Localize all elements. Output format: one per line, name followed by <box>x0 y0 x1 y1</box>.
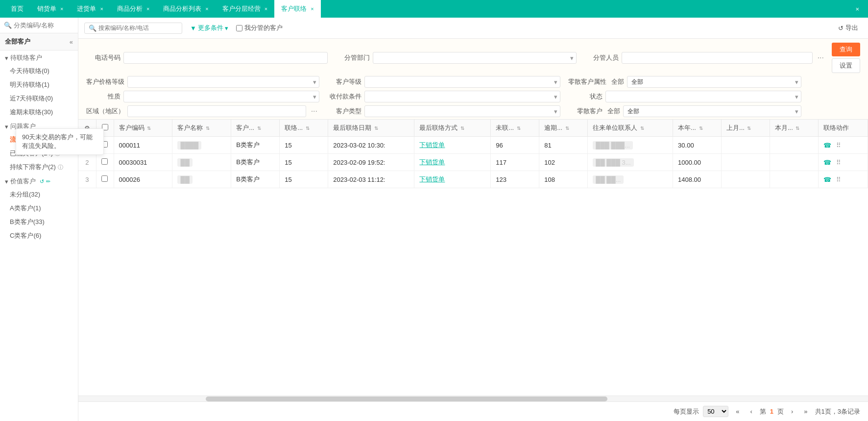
close-all-tabs[interactable]: × <box>850 3 864 15</box>
filter-payment: 收付款条件 ▾ <box>327 91 560 102</box>
th-uncontacted[interactable]: 未联... ⇅ <box>491 120 539 137</box>
sidebar-item-c-class[interactable]: C类客户(6) <box>0 229 78 243</box>
filter-payment-select-wrap: ▾ <box>364 91 560 102</box>
all-customers-label: 全部客户 <box>5 37 30 46</box>
sidebar-item-a-class[interactable]: A类客户(1) <box>0 201 78 215</box>
last-method-link-1[interactable]: 下销货单 <box>419 141 445 149</box>
sidebar-item-today[interactable]: 今天待联络(0) <box>0 64 78 78</box>
filter-region-input[interactable] <box>127 105 306 117</box>
filter-payment-select[interactable] <box>364 91 560 102</box>
sidebar-item-tomorrow[interactable]: 明天待联络(1) <box>0 78 78 92</box>
value-edit-icon[interactable]: ✏ <box>46 178 50 185</box>
sidebar-collapse-icon[interactable]: « <box>70 38 73 46</box>
sidebar-search-icon: 🔍 <box>4 22 12 29</box>
sidebar-section-value[interactable]: ▾ 价值客户 ↺ ✏ <box>0 174 78 188</box>
my-customers-checkbox-label[interactable]: 我分管的客户 <box>236 24 283 32</box>
nav-product-analysis-list-close[interactable]: × <box>205 6 208 12</box>
sort-contact-icon: ⇅ <box>306 125 310 131</box>
last-method-link-3[interactable]: 下销货单 <box>419 175 445 183</box>
value-arrow: ▾ <box>5 178 8 185</box>
filter-scattered-attr-label: 零散客户属性 <box>568 77 606 86</box>
sidebar-item-b-class[interactable]: B类客户(33) <box>0 215 78 229</box>
filter-person: 分管人员 ··· <box>584 52 826 64</box>
query-btn[interactable]: 查询 <box>832 43 860 56</box>
th-person[interactable]: 往来单位联系人 ⇅ <box>588 120 673 137</box>
th-overdue[interactable]: 逾期... ⇅ <box>539 120 588 137</box>
filter-status-select[interactable] <box>605 91 801 102</box>
next-page-btn[interactable]: › <box>788 406 796 417</box>
sidebar-item-overdue[interactable]: 逾期未联络(30) <box>0 105 78 119</box>
filter-phone-input[interactable] <box>123 52 328 64</box>
filter-scattered-select[interactable]: 全部 <box>623 105 801 117</box>
last-page-btn[interactable]: » <box>800 406 811 417</box>
prev-page-btn[interactable]: ‹ <box>747 406 755 417</box>
sidebar-item-declining[interactable]: 持续下滑客户(2) ⓘ <box>0 160 78 174</box>
filter-person-more[interactable]: ··· <box>816 53 826 62</box>
action-more-3[interactable]: ⠿ <box>836 176 841 183</box>
scrollbar-thumb[interactable] <box>206 396 607 401</box>
nav-product-analysis-close[interactable]: × <box>146 6 149 12</box>
filter-payment-label: 收付款条件 <box>327 92 362 101</box>
last-method-link-2[interactable]: 下销货单 <box>419 158 445 166</box>
row2-checkbox[interactable] <box>101 158 108 165</box>
action-call-1[interactable]: ☎ <box>823 142 831 149</box>
nav-purchase[interactable]: 进货单 × <box>70 0 110 18</box>
value-refresh-icon[interactable]: ↺ <box>40 178 44 185</box>
first-page-btn[interactable]: « <box>732 406 743 417</box>
nav-sales[interactable]: 销货单 × <box>30 0 70 18</box>
sidebar-item-week[interactable]: 近7天待联络(0) <box>0 92 78 105</box>
filter-customer-level: 客户等级 ▾ <box>327 76 560 88</box>
nav-product-analysis-list[interactable]: 商品分析列表 × <box>156 0 215 18</box>
export-btn[interactable]: ↺ 导出 <box>834 22 862 34</box>
main-layout: 🔍 全部客户 « ▾ 待联络客户 今天待联络(0) 明天待联络(1) 近7天待联… <box>0 18 868 421</box>
nav-customer-contact[interactable]: 客户联络 × <box>274 0 320 18</box>
horizontal-scrollbar[interactable] <box>78 396 868 401</box>
my-customers-checkbox[interactable] <box>236 25 242 31</box>
nav-purchase-close[interactable]: × <box>100 6 103 12</box>
sidebar-section-pending[interactable]: ▾ 待联络客户 <box>0 50 78 64</box>
filter-scattered-attr-value: 全部 <box>611 77 624 86</box>
th-last-month[interactable]: 上月... ⇅ <box>722 120 770 137</box>
search-input[interactable] <box>98 25 172 31</box>
sidebar-search-input[interactable] <box>14 22 74 29</box>
nav-home[interactable]: 首页 <box>4 0 30 18</box>
th-this-year[interactable]: 本年... ⇅ <box>673 120 722 137</box>
filter-region-more[interactable]: ··· <box>309 107 319 116</box>
row3-checkbox[interactable] <box>101 175 108 182</box>
filter-customer-level-select[interactable] <box>364 76 560 88</box>
problem-arrow: ▾ <box>5 123 8 130</box>
nav-sales-close[interactable]: × <box>60 6 63 12</box>
filter-dept-select[interactable] <box>373 52 577 64</box>
th-contact[interactable]: 联络... ⇅ <box>280 120 328 137</box>
nav-customer-contact-close[interactable]: × <box>311 6 313 12</box>
filter-price-level-select[interactable] <box>127 76 319 88</box>
nav-customer-layer-close[interactable]: × <box>265 6 267 12</box>
sort-overdue-icon: ⇅ <box>565 125 569 131</box>
nav-customer-layer[interactable]: 客户分层经营 × <box>216 0 274 18</box>
th-last-method[interactable]: 最后联络方式 ⇅ <box>414 120 491 137</box>
sidebar-item-ungroup[interactable]: 未分组(32) <box>0 188 78 201</box>
nav-product-analysis[interactable]: 商品分析 × <box>110 0 156 18</box>
action-call-2[interactable]: ☎ <box>823 159 831 166</box>
filter-person-input[interactable] <box>622 52 812 64</box>
td-name-2: ██ <box>172 154 231 171</box>
sort-this-year-icon: ⇅ <box>699 125 703 131</box>
th-last-date[interactable]: 最后联络日期 ⇅ <box>328 120 414 137</box>
filter-scattered-attr-select[interactable]: 全部 <box>627 76 801 88</box>
settings-btn[interactable]: 设置 <box>832 58 860 73</box>
th-this-month[interactable]: 本月... ⇅ <box>770 120 818 137</box>
sort-name-icon: ⇅ <box>206 125 210 131</box>
action-more-1[interactable]: ⠿ <box>836 142 841 149</box>
th-code[interactable]: 客户编码 ⇅ <box>114 120 172 137</box>
action-call-3[interactable]: ☎ <box>823 176 831 183</box>
filter-row-2: 客户价格等级 ▾ 客户等级 ▾ 零散客户属性 全部 <box>86 76 860 88</box>
action-more-2[interactable]: ⠿ <box>836 159 841 166</box>
filter-nature-select[interactable] <box>123 91 319 102</box>
filter-more-btn[interactable]: ▼ 更多条件 ▾ <box>186 22 232 34</box>
filter-customer-type-select[interactable] <box>364 105 560 117</box>
content-area: 🔍 ▼ 更多条件 ▾ 我分管的客户 ↺ 导出 电话号码 <box>78 18 868 421</box>
footer-per-page-select[interactable]: 50 100 200 <box>703 406 728 417</box>
th-type[interactable]: 客户... ⇅ <box>231 120 280 137</box>
th-name[interactable]: 客户名称 ⇅ <box>172 120 231 137</box>
sort-last-date-icon: ⇅ <box>374 125 378 131</box>
